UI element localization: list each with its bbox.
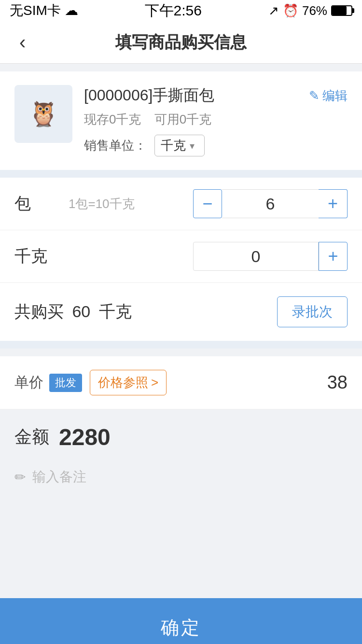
note-row[interactable]: ✏ 输入备注 <box>14 460 348 494</box>
product-stock: 现存0千克 可用0千克 <box>84 111 348 128</box>
section-divider-2 <box>0 341 362 349</box>
summary-row: 共购买 60 千克 录批次 <box>0 283 362 341</box>
unit-select[interactable]: 千克 ▾ <box>154 135 205 156</box>
summary-text: 共购买 60 千克 <box>14 301 132 323</box>
kg-row: 千克 + <box>0 230 362 283</box>
pack-input[interactable] <box>222 189 319 218</box>
page-title: 填写商品购买信息 <box>115 31 247 54</box>
pack-decrease-button[interactable]: − <box>193 189 222 218</box>
product-logo: 🦉 <box>28 100 58 128</box>
status-left: 无SIM卡 ☁ <box>10 1 78 20</box>
amount-value: 2280 <box>59 424 111 450</box>
amount-row: 金额 2280 <box>14 424 348 450</box>
chevron-right-icon: > <box>151 375 158 390</box>
kg-label: 千克 <box>14 245 63 267</box>
batch-tag: 批发 <box>49 374 82 392</box>
input-section: 包 1包=10千克 − + 千克 + <box>0 178 362 283</box>
battery-percent: 76% <box>302 3 327 18</box>
kg-input[interactable] <box>193 242 319 271</box>
unit-value: 千克 <box>161 137 186 154</box>
pack-row: 包 1包=10千克 − + <box>0 178 362 230</box>
pencil-icon: ✏ <box>14 469 26 485</box>
kg-increase-button[interactable]: + <box>319 242 348 271</box>
battery-icon <box>331 5 352 16</box>
product-name: [0000006]手撕面包 <box>84 85 214 106</box>
pack-label: 包 <box>14 193 63 215</box>
kg-quantity-control: + <box>193 242 348 271</box>
edit-label: 编辑 <box>322 87 348 104</box>
chevron-down-icon: ▾ <box>190 140 195 152</box>
pack-increase-button[interactable]: + <box>319 189 348 218</box>
note-placeholder: 输入备注 <box>32 468 86 486</box>
price-ref-label: 价格参照 <box>98 374 148 391</box>
product-info: [0000006]手撕面包 ✎ 编辑 现存0千克 可用0千克 销售单位： 千克 … <box>84 85 348 156</box>
content-spacer <box>0 502 362 598</box>
product-thumbnail: 🦉 <box>14 85 72 143</box>
pack-quantity-control: − + <box>193 189 348 218</box>
product-card: 🦉 [0000006]手撕面包 ✎ 编辑 现存0千克 可用0千克 销售单位： 千… <box>0 71 362 170</box>
price-row: 单价 批发 价格参照 > 38 <box>0 356 362 409</box>
status-bar: 无SIM卡 ☁ 下午2:56 ↗ ⏰ 76% <box>0 0 362 21</box>
price-section: 单价 批发 价格参照 > 38 <box>0 356 362 409</box>
amount-label: 金额 <box>14 425 49 449</box>
alarm-icon: ⏰ <box>283 3 298 18</box>
status-right: ↗ ⏰ 76% <box>268 3 352 18</box>
price-value: 38 <box>327 372 348 393</box>
edit-button[interactable]: ✎ 编辑 <box>309 87 348 104</box>
location-icon: ↗ <box>268 3 279 18</box>
pack-hint: 1包=10千克 <box>69 196 193 212</box>
price-reference-button[interactable]: 价格参照 > <box>90 370 167 395</box>
unit-price-label: 单价 <box>14 373 43 392</box>
confirm-button[interactable]: 确定 <box>0 598 362 644</box>
product-name-row: [0000006]手撕面包 ✎ 编辑 <box>84 85 348 106</box>
unit-label: 销售单位： <box>84 137 147 154</box>
edit-icon: ✎ <box>309 88 320 103</box>
nav-bar: ‹ 填写商品购买信息 <box>0 21 362 64</box>
back-button[interactable]: ‹ <box>14 27 30 58</box>
section-divider-1 <box>0 170 362 178</box>
amount-section: 金额 2280 ✏ 输入备注 <box>0 409 362 502</box>
status-time: 下午2:56 <box>145 1 202 21</box>
product-unit-row: 销售单位： 千克 ▾ <box>84 135 348 156</box>
record-batch-button[interactable]: 录批次 <box>277 296 348 327</box>
